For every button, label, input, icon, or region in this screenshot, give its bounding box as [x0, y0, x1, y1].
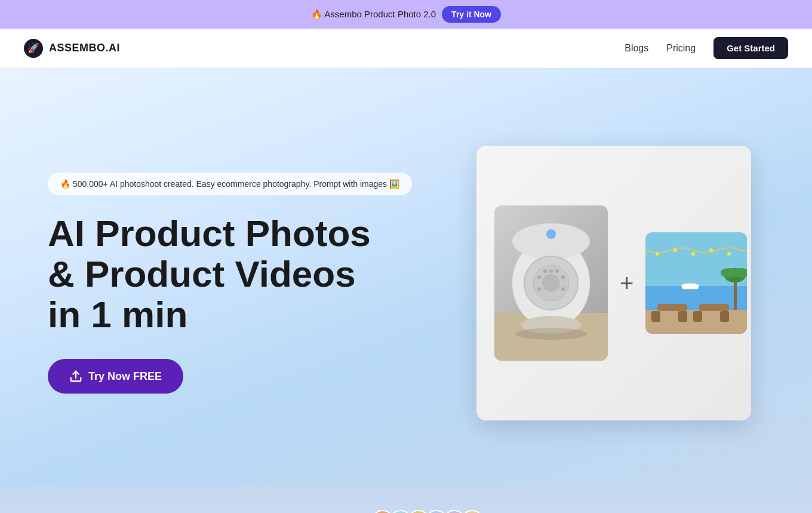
svg-point-24: [691, 252, 695, 256]
svg-rect-27: [657, 304, 687, 311]
svg-point-13: [561, 275, 565, 279]
svg-point-9: [537, 275, 541, 279]
scene-svg: [645, 232, 747, 334]
svg-point-15: [561, 287, 565, 291]
banner-text: 🔥 Assembo Product Photo 2.0: [311, 9, 436, 20]
svg-point-18: [546, 229, 556, 239]
navbar: 🚀 ASSEMBO.AI Blogs Pricing Get Started: [0, 29, 812, 68]
navbar-logo: 🚀 ASSEMBO.AI: [24, 39, 120, 58]
speaker-svg: [494, 205, 608, 361]
logo-text: ASSEMBO.AI: [49, 42, 120, 54]
bottom-section: ★ ★ ★ ★ ★ 4.7: [0, 486, 812, 513]
avatar-1: [371, 510, 394, 513]
avatar-6: [461, 510, 484, 513]
nav-blogs[interactable]: Blogs: [625, 43, 648, 54]
avatar-3: [407, 510, 430, 513]
svg-point-11: [549, 269, 553, 273]
top-banner: 🔥 Assembo Product Photo 2.0 Try it Now: [0, 0, 812, 29]
hero-right: +: [463, 146, 764, 420]
reviewer-avatars: [371, 510, 484, 513]
avatar-4: [425, 510, 448, 513]
scene-image: [645, 232, 747, 334]
svg-point-26: [727, 252, 731, 256]
avatar-2: [389, 510, 412, 513]
hero-left: 🔥 500,000+ AI photoshoot created. Easy e…: [48, 173, 436, 394]
svg-rect-29: [651, 311, 660, 322]
svg-point-22: [656, 252, 659, 256]
svg-text:🚀: 🚀: [27, 42, 39, 54]
svg-point-5: [512, 223, 590, 259]
svg-point-23: [673, 248, 677, 252]
svg-rect-30: [678, 311, 687, 322]
try-it-now-button[interactable]: Try it Now: [442, 6, 501, 23]
svg-point-17: [515, 328, 587, 340]
product-image: [494, 205, 608, 361]
upload-icon: [69, 370, 82, 383]
hero-badge: 🔥 500,000+ AI photoshoot created. Easy e…: [48, 173, 412, 195]
hero-section: 🔥 500,000+ AI photoshoot created. Easy e…: [0, 68, 812, 486]
svg-point-25: [709, 248, 713, 252]
hero-badge-text: 🔥 500,000+ AI photoshoot created. Easy e…: [60, 179, 399, 189]
get-started-button[interactable]: Get Started: [713, 37, 788, 59]
navbar-links: Blogs Pricing Get Started: [625, 37, 788, 59]
svg-point-12: [555, 269, 559, 273]
nav-pricing[interactable]: Pricing: [666, 43, 696, 54]
hero-title-line1: AI Product Photos: [48, 213, 371, 254]
photo-card-inner: +: [476, 146, 751, 420]
hero-title: AI Product Photos & Product Videos in 1 …: [48, 213, 436, 336]
svg-rect-31: [693, 311, 702, 322]
try-now-button[interactable]: Try Now FREE: [48, 359, 183, 394]
svg-rect-32: [720, 311, 729, 322]
try-now-label: Try Now FREE: [88, 370, 162, 383]
avatar-5: [443, 510, 466, 513]
plus-separator: +: [620, 270, 633, 297]
hero-title-line2: & Product Videos: [48, 253, 356, 294]
reviews-row: ★ ★ ★ ★ ★ 4.7: [48, 510, 764, 513]
svg-point-8: [542, 274, 560, 292]
logo-icon: 🚀: [24, 39, 43, 58]
svg-rect-28: [699, 304, 729, 311]
svg-point-10: [543, 269, 547, 273]
hero-title-line3: in 1 min: [48, 294, 187, 335]
product-photo-card: +: [476, 146, 751, 420]
svg-point-14: [537, 287, 541, 291]
